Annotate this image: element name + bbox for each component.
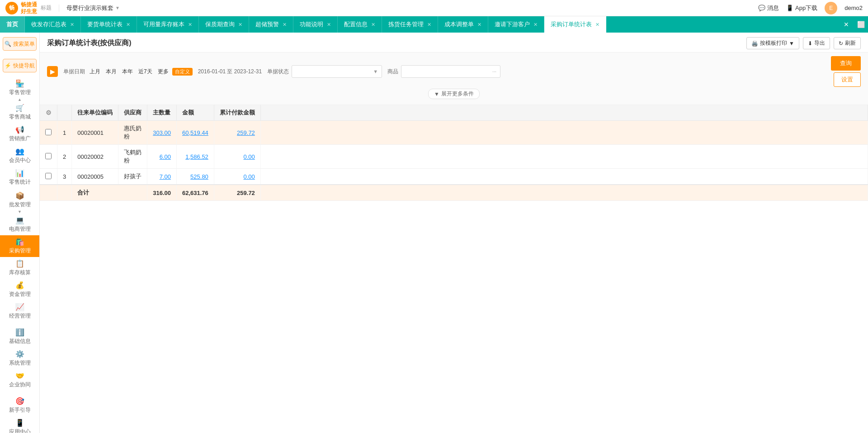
- tab-close-icon[interactable]: ✕: [327, 22, 331, 28]
- tab-home[interactable]: 首页: [0, 16, 25, 33]
- paid-amount[interactable]: 259.72: [214, 121, 260, 145]
- tab-close-icon[interactable]: ✕: [371, 22, 375, 28]
- tab-close-icon[interactable]: ✕: [188, 22, 192, 28]
- basic-info-icon: ℹ️: [15, 328, 24, 337]
- row-checkbox[interactable]: [40, 169, 57, 185]
- refresh-button[interactable]: ↻ 刷新: [834, 37, 861, 49]
- table-row: 3 00020005 好孩子 7.00 525.80 0.00: [40, 169, 868, 185]
- status-select[interactable]: ▼: [292, 65, 382, 78]
- query-button[interactable]: 查询: [831, 56, 861, 71]
- table-row: 1 00020001 惠氏奶粉 303.00 60,519.44 259.72: [40, 121, 868, 145]
- filter-toggle-button[interactable]: ▶: [47, 66, 58, 77]
- sidebar-item-label: 会员中心: [9, 157, 31, 164]
- sidebar-item-retail-stats[interactable]: 📊 零售统计: [0, 167, 39, 188]
- sidebar-item-basic-info[interactable]: ℹ️ 基础信息: [0, 326, 39, 347]
- export-button[interactable]: ⬇ 导出: [803, 37, 830, 49]
- tab-close-icon[interactable]: ✕: [427, 22, 431, 28]
- quantity[interactable]: 7.00: [147, 169, 177, 185]
- row-checkbox[interactable]: [40, 145, 57, 169]
- tab-close-icon[interactable]: ✕: [595, 22, 599, 28]
- footer-paid: 259.72: [214, 185, 260, 201]
- footer-empty1: [40, 185, 57, 201]
- tab-caigou-active[interactable]: 采购订单统计表 ✕: [544, 16, 606, 33]
- paid-amount[interactable]: 0.00: [214, 145, 260, 169]
- tab-label: 拣货任务管理: [388, 20, 424, 29]
- tab-jian[interactable]: 拣货任务管理 ✕: [382, 16, 438, 33]
- tab-gongneng[interactable]: 功能说明 ✕: [293, 16, 338, 33]
- sidebar-item-ecommerce[interactable]: 💻 电商管理: [0, 214, 39, 235]
- tab-shoufacun[interactable]: 收发存汇总表 ✕: [25, 16, 81, 33]
- amount[interactable]: 525.80: [177, 169, 214, 185]
- date-last-month[interactable]: 上月: [88, 67, 102, 76]
- tab-label: 采购订单统计表: [551, 20, 592, 29]
- date-custom-badge[interactable]: 自定义: [172, 68, 193, 76]
- tab-close-window-btn[interactable]: ✕: [839, 16, 854, 33]
- date-this-month[interactable]: 本月: [104, 67, 118, 76]
- tab-chengben[interactable]: 成本调整单 ✕: [438, 16, 488, 33]
- date-this-year[interactable]: 本年: [120, 67, 135, 76]
- top-bar: 畅 畅捷通好生意 标题 母婴行业演示账套 ▼ 💬 消息 📱 App下载 E de…: [0, 0, 868, 16]
- sidebar-item-collab[interactable]: 🤝 企业协同: [0, 369, 39, 391]
- extra-cell: [260, 169, 868, 185]
- sidebar-item-label: 基础信息: [9, 338, 31, 345]
- amount[interactable]: 60,519.44: [177, 121, 214, 145]
- row-select-checkbox[interactable]: [45, 153, 52, 159]
- quantity[interactable]: 303.00: [147, 121, 177, 145]
- ecommerce-icon: 💻: [15, 216, 24, 224]
- tab-yaohuo[interactable]: 要货单统计表 ✕: [81, 16, 137, 33]
- table-footer-row: 合计 316.00 62,631.76 259.72: [40, 185, 868, 201]
- tab-chaochujing[interactable]: 超储预警 ✕: [249, 16, 293, 33]
- row-select-checkbox[interactable]: [45, 173, 52, 179]
- tab-close-icon[interactable]: ✕: [477, 22, 481, 28]
- sidebar-item-operations[interactable]: 📈 经营管理: [0, 300, 39, 322]
- goods-select-dropdown-icon: ···: [492, 69, 496, 74]
- row-select-checkbox[interactable]: [45, 129, 52, 135]
- sidebar-item-system[interactable]: ⚙️ 系统管理: [0, 347, 39, 369]
- tab-close-icon[interactable]: ✕: [283, 22, 287, 28]
- row-checkbox[interactable]: [40, 121, 57, 145]
- date-more[interactable]: 更多: [156, 67, 170, 76]
- date-7days[interactable]: 近7天: [137, 67, 154, 76]
- tab-peizhi[interactable]: 配置信息 ✕: [338, 16, 382, 33]
- column-settings-icon[interactable]: ⚙: [46, 109, 52, 116]
- sidebar-item-wholesale[interactable]: 📦 批发管理 ▼: [0, 192, 39, 214]
- user-name[interactable]: demo2: [844, 5, 863, 11]
- purchase-icon: 🛍️: [15, 238, 24, 246]
- quick-nav-button[interactable]: ⚡ 快捷导航: [3, 59, 37, 72]
- quantity[interactable]: 6.00: [147, 145, 177, 169]
- tab-yaoqing[interactable]: 邀请下游客户 ✕: [488, 16, 544, 33]
- tab-baozhi[interactable]: 保质期查询 ✕: [199, 16, 249, 33]
- tab-close-icon[interactable]: ✕: [126, 22, 130, 28]
- sidebar-item-retail-mall[interactable]: 🛒 零售商城: [0, 101, 39, 123]
- sidebar-item-app-center[interactable]: 📱 应用中心: [0, 416, 39, 433]
- app-download-button[interactable]: 📱 App下载: [786, 4, 817, 12]
- supplier-name: 惠氏奶粉: [118, 121, 147, 145]
- workspace-selector[interactable]: 母婴行业演示账套 ▼: [66, 4, 120, 12]
- query-buttons: 查询 设置: [831, 56, 861, 87]
- search-menu-button[interactable]: 🔍 搜索菜单: [3, 37, 37, 51]
- sidebar-item-purchase[interactable]: 🛍️ 采购管理: [0, 235, 39, 257]
- tab-label: 要货单统计表: [87, 20, 123, 29]
- sidebar-item-marketing[interactable]: 📢 营销推广: [0, 123, 39, 145]
- sidebar-item-inventory[interactable]: 📋 库存核算: [0, 257, 39, 279]
- expand-more-button[interactable]: ▼ 展开更多条件: [428, 89, 480, 99]
- message-button[interactable]: 💬 消息: [758, 4, 779, 12]
- sidebar-item-newbie[interactable]: 🎯 新手引导: [0, 395, 39, 416]
- tab-close-icon[interactable]: ✕: [238, 22, 242, 28]
- refresh-label: 刷新: [845, 39, 856, 47]
- tab-maximize-btn[interactable]: ⬜: [854, 16, 868, 33]
- sidebar-item-member[interactable]: 👥 会员中心: [0, 145, 39, 167]
- settings-button[interactable]: 设置: [834, 72, 861, 87]
- retail-stats-icon: 📊: [15, 169, 24, 177]
- sidebar-item-retail-mgmt[interactable]: 🏪 零售管理 ▲: [0, 80, 39, 101]
- amount[interactable]: 1,586.52: [177, 145, 214, 169]
- retail-mgmt-icon: 🏪: [15, 79, 24, 88]
- tab-close-icon[interactable]: ✕: [533, 22, 538, 28]
- print-button[interactable]: 🖨️ 按模板打印 ▼: [746, 37, 799, 49]
- paid-amount[interactable]: 0.00: [214, 169, 260, 185]
- search-icon: 🔍: [5, 41, 11, 47]
- tab-kuyong[interactable]: 可用量库存账本 ✕: [137, 16, 199, 33]
- goods-select[interactable]: ···: [401, 65, 500, 78]
- tab-close-icon[interactable]: ✕: [70, 22, 74, 28]
- sidebar-item-finance[interactable]: 💰 资金管理: [0, 279, 39, 300]
